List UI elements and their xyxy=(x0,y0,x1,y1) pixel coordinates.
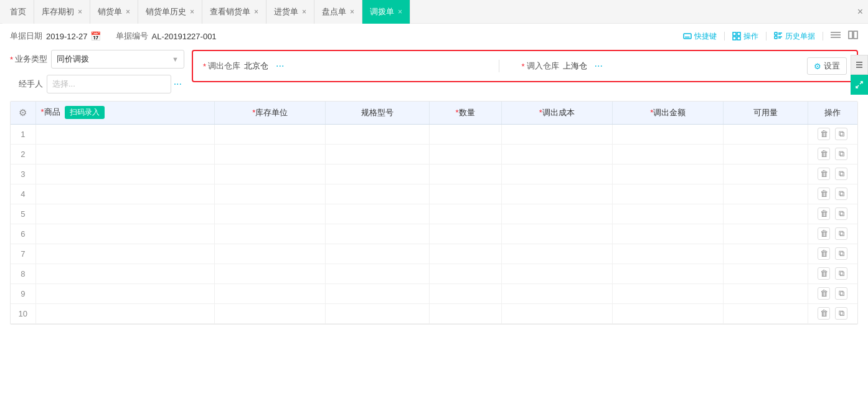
cell-qty[interactable] xyxy=(429,264,501,283)
tab-sales-order[interactable]: 销货单 × xyxy=(90,0,138,24)
cell-product[interactable] xyxy=(35,264,214,283)
cell-qty[interactable] xyxy=(429,164,501,184)
svg-rect-19 xyxy=(849,31,852,39)
tab-inventory-init[interactable]: 库存期初 × xyxy=(34,0,90,24)
float-expand-button[interactable] xyxy=(851,75,868,95)
delete-row-button[interactable]: 🗑 xyxy=(818,307,830,320)
copy-row-button[interactable]: ⧉ xyxy=(835,168,847,180)
shortcut-key-button[interactable]: 快捷键 xyxy=(683,31,717,42)
copy-row-button[interactable]: ⧉ xyxy=(835,188,847,200)
layout-toggle-button[interactable] xyxy=(831,30,841,42)
handler-more-button[interactable]: ··· xyxy=(171,79,184,89)
cell-product[interactable] xyxy=(35,244,214,264)
tab-transfer-order[interactable]: 调拨单 × xyxy=(362,0,410,24)
cell-product[interactable] xyxy=(35,303,214,323)
cell-qty[interactable] xyxy=(429,144,501,164)
delete-row-button[interactable]: 🗑 xyxy=(818,287,830,300)
scan-input-button[interactable]: 扫码录入 xyxy=(65,106,105,119)
tab-purchase-order[interactable]: 进货单 × xyxy=(267,0,314,24)
cell-amount[interactable] xyxy=(613,244,724,264)
cell-cost[interactable] xyxy=(501,224,612,244)
operations-button[interactable]: 操作 xyxy=(732,31,758,42)
cell-qty[interactable] xyxy=(429,184,501,204)
cell-cost[interactable] xyxy=(501,244,612,264)
cell-cost[interactable] xyxy=(501,303,612,323)
cell-cost[interactable] xyxy=(501,164,612,184)
delete-row-button[interactable]: 🗑 xyxy=(818,227,830,240)
close-tab-view-sales[interactable]: × xyxy=(254,7,258,16)
copy-row-button[interactable]: ⧉ xyxy=(835,227,847,240)
close-tab-transfer-order[interactable]: × xyxy=(398,7,402,16)
cell-product[interactable] xyxy=(35,204,214,224)
cell-cost[interactable] xyxy=(501,124,612,144)
required-star-business: * xyxy=(10,55,13,64)
copy-row-button[interactable]: ⧉ xyxy=(835,247,847,260)
delete-row-button[interactable]: 🗑 xyxy=(818,148,830,160)
cell-amount[interactable] xyxy=(613,124,724,144)
row-number: 5 xyxy=(11,204,35,224)
delete-row-button[interactable]: 🗑 xyxy=(818,188,830,200)
handler-input[interactable]: 选择... xyxy=(47,75,171,93)
cell-qty[interactable] xyxy=(429,244,501,264)
delete-row-button[interactable]: 🗑 xyxy=(818,128,830,140)
settings-button[interactable]: ⚙ 设置 xyxy=(807,57,847,75)
close-all-tabs-button[interactable]: × xyxy=(857,6,863,17)
cell-cost[interactable] xyxy=(501,264,612,283)
cell-product[interactable] xyxy=(35,224,214,244)
cell-amount[interactable] xyxy=(613,144,724,164)
document-date-field: 单据日期 2019-12-27 📅 xyxy=(10,31,101,42)
business-type-input[interactable]: 同价调拨 ▼ xyxy=(51,50,184,69)
cell-cost[interactable] xyxy=(501,184,612,204)
cell-product[interactable] xyxy=(35,283,214,303)
th-qty: *数量 xyxy=(429,102,501,124)
tab-home[interactable]: 首页 xyxy=(2,0,34,24)
cell-qty[interactable] xyxy=(429,124,501,144)
calendar-icon[interactable]: 📅 xyxy=(90,31,101,41)
history-button[interactable]: 历史单据 xyxy=(774,31,815,42)
cell-product[interactable] xyxy=(35,144,214,164)
tab-sales-history[interactable]: 销货单历史 × xyxy=(138,0,202,24)
tab-inventory-count[interactable]: 盘点单 × xyxy=(314,0,362,24)
target-warehouse-more-button[interactable]: ··· xyxy=(592,61,605,71)
table-row: 1 🗑 ⧉ xyxy=(11,124,857,144)
cell-qty[interactable] xyxy=(429,204,501,224)
delete-row-button[interactable]: 🗑 xyxy=(818,267,830,280)
cell-amount[interactable] xyxy=(613,303,724,323)
copy-row-button[interactable]: ⧉ xyxy=(835,128,847,140)
float-list-button[interactable] xyxy=(851,55,868,75)
column-layout-button[interactable] xyxy=(848,30,858,42)
cell-qty[interactable] xyxy=(429,283,501,303)
cell-cost[interactable] xyxy=(501,283,612,303)
cell-amount[interactable] xyxy=(613,204,724,224)
delete-row-button[interactable]: 🗑 xyxy=(818,168,830,180)
copy-row-button[interactable]: ⧉ xyxy=(835,307,847,320)
cell-qty[interactable] xyxy=(429,303,501,323)
cell-available xyxy=(724,283,808,303)
close-tab-sales-history[interactable]: × xyxy=(190,7,194,16)
copy-row-button[interactable]: ⧉ xyxy=(835,207,847,220)
svg-rect-20 xyxy=(854,31,857,39)
cell-cost[interactable] xyxy=(501,204,612,224)
cell-amount[interactable] xyxy=(613,224,724,244)
close-tab-purchase-order[interactable]: × xyxy=(302,7,306,16)
cell-product[interactable] xyxy=(35,164,214,184)
source-warehouse-more-button[interactable]: ··· xyxy=(273,61,286,71)
table-gear-icon[interactable]: ⚙ xyxy=(19,107,27,118)
cell-product[interactable] xyxy=(35,124,214,144)
cell-product[interactable] xyxy=(35,184,214,204)
cell-amount[interactable] xyxy=(613,184,724,204)
delete-row-button[interactable]: 🗑 xyxy=(818,247,830,260)
cell-qty[interactable] xyxy=(429,224,501,244)
close-tab-inventory-count[interactable]: × xyxy=(350,7,354,16)
delete-row-button[interactable]: 🗑 xyxy=(818,207,830,220)
close-tab-inventory-init[interactable]: × xyxy=(78,7,82,16)
tab-view-sales[interactable]: 查看销货单 × xyxy=(202,0,267,24)
cell-amount[interactable] xyxy=(613,164,724,184)
cell-cost[interactable] xyxy=(501,144,612,164)
close-tab-sales-order[interactable]: × xyxy=(126,7,130,16)
copy-row-button[interactable]: ⧉ xyxy=(835,267,847,280)
copy-row-button[interactable]: ⧉ xyxy=(835,287,847,300)
cell-amount[interactable] xyxy=(613,283,724,303)
copy-row-button[interactable]: ⧉ xyxy=(835,148,847,160)
cell-amount[interactable] xyxy=(613,264,724,283)
